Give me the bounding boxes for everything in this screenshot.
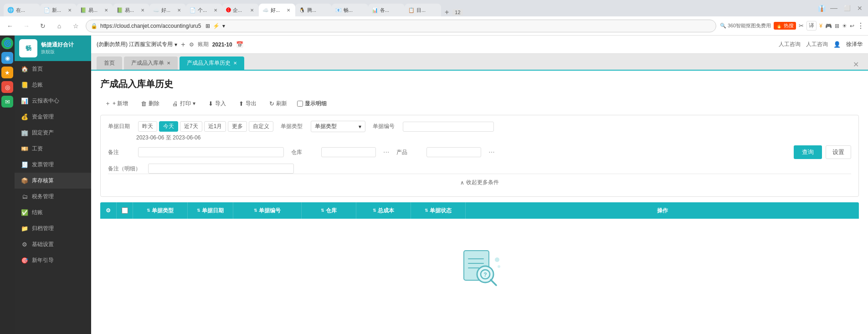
calendar-icon[interactable]: 📅 bbox=[236, 41, 243, 48]
maximize-button[interactable]: ⬜ bbox=[842, 5, 853, 11]
date-btn-yesterday[interactable]: 昨天 bbox=[138, 121, 157, 132]
th-num[interactable]: ⇅ 单据编号 bbox=[233, 202, 302, 219]
query-button[interactable]: 查询 bbox=[794, 145, 822, 159]
sidebar-item-home[interactable]: 🏠 首页 bbox=[15, 61, 91, 77]
theme-icon[interactable]: ☀ bbox=[842, 23, 847, 29]
browser-tab-10[interactable]: 📧 畅... bbox=[332, 4, 368, 16]
th-gear[interactable]: ⚙ bbox=[100, 202, 117, 219]
page-tab-close-icon[interactable]: ✕ bbox=[167, 61, 170, 66]
date-btn-custom[interactable]: 自定义 bbox=[249, 121, 273, 132]
note-filter-input[interactable] bbox=[138, 147, 284, 157]
forward-button[interactable]: → bbox=[20, 20, 33, 32]
browser-tab-12[interactable]: 📋 目... bbox=[405, 4, 441, 16]
more-icon[interactable]: ⋮ bbox=[857, 21, 864, 30]
tab-close-icon[interactable]: ✕ bbox=[176, 7, 182, 13]
page-tab-history[interactable]: 产成品入库单历史 ✕ bbox=[180, 57, 244, 70]
minimize-button[interactable]: — bbox=[828, 4, 839, 12]
user-service-link[interactable]: 人工咨询 bbox=[779, 41, 801, 48]
page-tab-home[interactable]: 首页 bbox=[97, 57, 122, 70]
th-warehouse[interactable]: ⇅ 仓库 bbox=[302, 202, 356, 219]
back-button[interactable]: ← bbox=[4, 20, 16, 32]
date-btn-more[interactable]: 更多 bbox=[228, 121, 247, 132]
browser-tab-3[interactable]: 📗 易... ✕ bbox=[77, 4, 113, 16]
warehouse-filter-input[interactable] bbox=[321, 147, 376, 157]
tab-close-icon[interactable]: ✕ bbox=[212, 7, 219, 13]
sidebar-item-fund[interactable]: 💰 资金管理 bbox=[15, 109, 91, 125]
select-all-checkbox[interactable] bbox=[122, 207, 128, 214]
th-cost[interactable]: ⇅ 总成本 bbox=[356, 202, 411, 219]
new-tab-button[interactable]: + bbox=[443, 8, 451, 16]
refresh-button[interactable]: ↻ bbox=[36, 20, 49, 32]
date-btn-7days[interactable]: 近7天 bbox=[180, 121, 202, 132]
sidebar-item-fixed[interactable]: 🏢 固定资产 bbox=[15, 125, 91, 141]
collapse-button[interactable]: ∧ 收起更多条件 bbox=[455, 177, 504, 188]
dropdown-icon[interactable]: ▾ bbox=[222, 23, 225, 29]
th-checkbox[interactable] bbox=[117, 202, 133, 219]
browser-tab-8[interactable]: ☁️ 好... ✕ bbox=[259, 4, 295, 16]
sidebar-item-tax[interactable]: 🗂 税务管理 bbox=[15, 189, 91, 205]
app-icon-main[interactable]: 🌀 bbox=[1, 37, 13, 49]
filter-settings-button[interactable]: 设置 bbox=[826, 145, 851, 159]
browser-tab-9[interactable]: 🐧 腾... bbox=[295, 4, 332, 16]
sidebar-item-report[interactable]: 📊 云报表中心 bbox=[15, 93, 91, 109]
app-icon-blue[interactable]: ◉ bbox=[1, 52, 13, 64]
add-account-button[interactable]: + bbox=[181, 41, 185, 49]
sidebar-item-salary[interactable]: 💴 工资 bbox=[15, 141, 91, 157]
sidebar-item-checkout[interactable]: ✅ 结账 bbox=[15, 205, 91, 221]
browser-tab-1[interactable]: 🌐 在... bbox=[4, 4, 40, 16]
browser-tab-5[interactable]: ☁️ 好... ✕ bbox=[149, 4, 186, 16]
home-button[interactable]: ⌂ bbox=[53, 20, 66, 32]
date-btn-1month[interactable]: 近1月 bbox=[204, 121, 226, 132]
delete-button[interactable]: 🗑 删除 bbox=[136, 98, 164, 109]
undo-icon[interactable]: ↩ bbox=[850, 23, 854, 29]
tab-close-icon[interactable]: ✕ bbox=[139, 7, 146, 13]
game-icon[interactable]: 🎮 bbox=[825, 23, 832, 29]
th-type[interactable]: ⇅ 单据类型 bbox=[133, 202, 188, 219]
panel-close-button[interactable]: ✕ bbox=[849, 59, 863, 70]
import-button[interactable]: ⬇ 导入 bbox=[204, 98, 231, 109]
company-select[interactable]: (勿删勿禁用) 江西服宝测试专用 ▾ bbox=[97, 41, 177, 48]
print-dropdown-icon[interactable]: ▾ bbox=[193, 100, 195, 107]
app-icon-mail[interactable]: ✉ bbox=[1, 96, 13, 108]
show-detail-checkbox[interactable]: 显示明细 bbox=[297, 100, 327, 108]
browser-tab-4[interactable]: 📗 易... ✕ bbox=[113, 4, 149, 16]
tab-close-icon[interactable]: ✕ bbox=[67, 7, 73, 13]
type-filter-select[interactable]: 单据类型 ▾ bbox=[311, 121, 365, 132]
show-detail-check[interactable] bbox=[297, 101, 303, 107]
product-filter-input[interactable] bbox=[426, 147, 481, 157]
browser-tab-6[interactable]: 📄 个... ✕ bbox=[186, 4, 222, 16]
warehouse-dots[interactable]: ··· bbox=[383, 148, 389, 156]
print-button[interactable]: 🖨 打印 ▾ bbox=[168, 98, 200, 109]
num-filter-input[interactable] bbox=[403, 122, 494, 132]
grid-icon[interactable]: ⊞ bbox=[835, 23, 839, 29]
tab-close-icon[interactable]: ✕ bbox=[285, 7, 292, 13]
sidebar-item-invoice[interactable]: 🧾 发票管理 bbox=[15, 157, 91, 173]
app-icon-red[interactable]: ◎ bbox=[1, 81, 13, 93]
app-icon-star[interactable]: ★ bbox=[1, 67, 13, 78]
date-btn-today[interactable]: 今天 bbox=[159, 121, 178, 132]
address-bar[interactable]: 🔒 https://cloud.chanjet.com/accounting/u… bbox=[86, 20, 716, 32]
close-button[interactable]: ✕ bbox=[855, 5, 864, 12]
browser-tab-11[interactable]: 📊 各... bbox=[368, 4, 405, 16]
detail-note-input[interactable] bbox=[148, 164, 294, 174]
browser-tab-2[interactable]: 📄 新... ✕ bbox=[40, 4, 77, 16]
sidebar-item-newbill[interactable]: 🎯 新年引导 bbox=[15, 252, 91, 268]
sidebar-item-archive[interactable]: 📁 归档管理 bbox=[15, 221, 91, 236]
currency-icon[interactable]: ¥ bbox=[819, 23, 822, 29]
hot-search-badge[interactable]: 🔥 热搜 bbox=[774, 22, 796, 30]
sidebar-item-ledger[interactable]: 📒 总账 bbox=[15, 77, 91, 93]
tab-close-icon[interactable]: ✕ bbox=[103, 7, 109, 13]
translate-icon[interactable]: 译 bbox=[806, 21, 817, 31]
browser-tab-7[interactable]: 🅒 企... ✕ bbox=[222, 4, 259, 16]
refresh-button[interactable]: ↻ 刷新 bbox=[265, 98, 292, 109]
page-tab-list[interactable]: 产成品入库单 ✕ bbox=[124, 57, 178, 70]
bookmark-button[interactable]: ☆ bbox=[69, 20, 82, 32]
new-button[interactable]: ＋ + 新增 bbox=[100, 98, 133, 109]
sidebar-item-basic[interactable]: ⚙ 基础设置 bbox=[15, 236, 91, 252]
scissors-icon[interactable]: ✂ bbox=[799, 22, 804, 29]
topbar-settings-icon[interactable]: ⚙ bbox=[189, 41, 194, 48]
export-button[interactable]: ⬆ 导出 bbox=[234, 98, 261, 109]
sidebar-item-inventory[interactable]: 📦 库存核算 bbox=[15, 173, 91, 189]
th-status[interactable]: ⇅ 单据状态 bbox=[411, 202, 466, 219]
tab-close-icon[interactable]: ✕ bbox=[249, 7, 255, 13]
